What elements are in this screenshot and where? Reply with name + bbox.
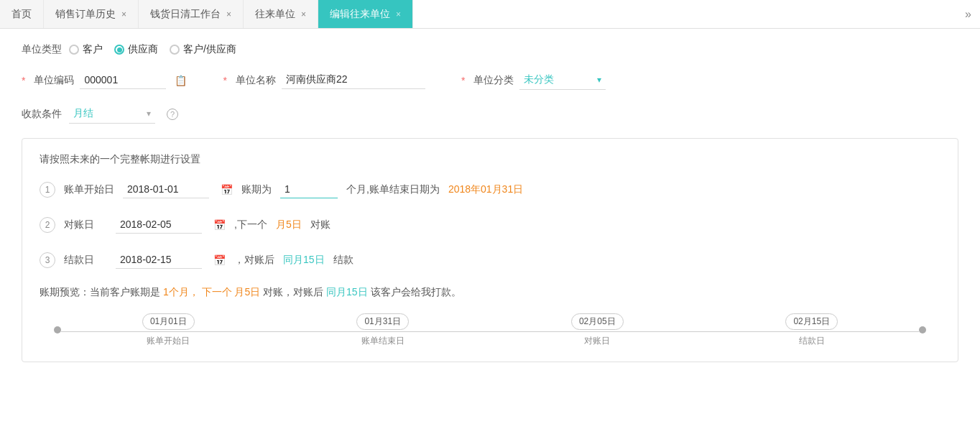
payment-condition-select[interactable]: 月结 ▾ bbox=[69, 104, 155, 124]
step-3-calendar-icon[interactable]: 📅 bbox=[213, 254, 226, 266]
timeline-node-3-sublabel: 对账日 bbox=[584, 335, 610, 347]
timeline-node-1-label: 01月01日 bbox=[142, 313, 195, 330]
step-2-desc-prefix: ,下一个 bbox=[234, 218, 267, 231]
step-1-num: 1 bbox=[40, 182, 55, 198]
tab-partner-close[interactable]: × bbox=[301, 9, 306, 19]
tab-partner[interactable]: 往来单位 × bbox=[244, 0, 318, 28]
timeline-node-2-sublabel: 账单结束日 bbox=[361, 335, 405, 347]
radio-supplier-dot bbox=[117, 47, 122, 52]
preview-prefix: 账期预览：当前客户账期是 bbox=[40, 286, 160, 298]
step-3-desc-prefix: ，对账后 bbox=[234, 254, 274, 267]
timeline-seg-line-2 bbox=[276, 331, 491, 332]
step-3-label: 结款日 bbox=[64, 254, 107, 267]
unit-category-label: 单位分类 bbox=[473, 74, 514, 87]
content-area: 单位类型 客户 供应商 客户/供应商 * 单位编码 📋 bbox=[0, 29, 980, 437]
unit-category-required-star: * bbox=[461, 75, 465, 86]
preview-period: 1个月， bbox=[163, 286, 199, 298]
timeline-end-cap bbox=[919, 313, 926, 334]
payment-condition-chevron-icon: ▾ bbox=[147, 109, 151, 119]
preview-text: 账期预览：当前客户账期是 1个月， 下一个 月5日 对账，对账后 同月15日 该… bbox=[40, 286, 940, 299]
unit-name-input[interactable] bbox=[282, 71, 425, 89]
tab-sales-history[interactable]: 销售订单历史 × bbox=[44, 0, 139, 28]
payment-condition-help-icon[interactable]: ? bbox=[167, 109, 178, 120]
step-1-calendar-icon[interactable]: 📅 bbox=[221, 184, 233, 196]
tab-edit-partner-label: 编辑往来单位 bbox=[330, 8, 390, 21]
radio-both-label: 客户/供应商 bbox=[183, 43, 236, 56]
step-3-num: 3 bbox=[40, 252, 55, 268]
timeline-node-4: 02月15日 结款日 bbox=[705, 313, 920, 347]
step-2-desc-suffix: 对账 bbox=[310, 218, 330, 231]
step-1-row: 1 账单开始日 📅 账期为 个月,账单结束日期为 2018年01月31日 bbox=[40, 180, 940, 198]
tab-partner-label: 往来单位 bbox=[255, 8, 295, 21]
preview-pay-day: 同月15日 bbox=[326, 286, 368, 298]
step-1-period-input[interactable] bbox=[280, 180, 338, 198]
unit-category-value: 未分类 bbox=[524, 73, 591, 86]
section-title: 请按照未来的一个完整帐期进行设置 bbox=[40, 153, 940, 166]
timeline: 01月01日 账单开始日 01月31日 账单结束日 02月05日 对账日 02月… bbox=[40, 313, 940, 347]
radio-customer-circle bbox=[69, 45, 79, 55]
unit-code-calendar-icon[interactable]: 📋 bbox=[175, 75, 187, 86]
tab-edit-partner[interactable]: 编辑往来单位 × bbox=[318, 0, 413, 28]
tab-cash-work-label: 钱货日清工作台 bbox=[150, 8, 221, 21]
step-2-date-input[interactable] bbox=[116, 216, 202, 234]
payment-condition-value: 月结 bbox=[73, 107, 141, 120]
tabs-expand-button[interactable]: » bbox=[956, 8, 980, 21]
tab-cash-work[interactable]: 钱货日清工作台 × bbox=[139, 0, 244, 28]
unit-type-row: 单位类型 客户 供应商 客户/供应商 bbox=[22, 43, 958, 56]
tab-cash-work-close[interactable]: × bbox=[226, 9, 231, 19]
step-2-num: 2 bbox=[40, 217, 55, 233]
timeline-node-3-label: 02月05日 bbox=[571, 313, 624, 330]
radio-customer-label: 客户 bbox=[83, 43, 103, 56]
step-1-date-input[interactable] bbox=[123, 180, 209, 198]
tab-home-label: 首页 bbox=[11, 8, 32, 21]
timeline-node-1-sublabel: 账单开始日 bbox=[147, 335, 190, 347]
timeline-node-2-label: 01月31日 bbox=[356, 313, 409, 330]
radio-both-circle bbox=[170, 45, 180, 55]
unit-type-radio-group: 客户 供应商 客户/供应商 bbox=[69, 43, 236, 56]
unit-type-label: 单位类型 bbox=[22, 43, 62, 56]
unit-info-row: * 单位编码 📋 * 单位名称 * 单位分类 未分类 ▾ bbox=[22, 70, 958, 90]
timeline-node-4-label: 02月15日 bbox=[785, 313, 838, 330]
unit-code-required-star: * bbox=[22, 75, 25, 86]
step-3-desc-highlight: 同月15日 bbox=[283, 254, 325, 267]
timeline-node-2: 01月31日 账单结束日 bbox=[276, 313, 491, 347]
step-2-calendar-icon[interactable]: 📅 bbox=[213, 219, 226, 231]
payment-condition-label: 收款条件 bbox=[22, 108, 62, 121]
tabs-bar: 首页 销售订单历史 × 钱货日清工作台 × 往来单位 × 编辑往来单位 × » bbox=[0, 0, 980, 29]
unit-code-input[interactable] bbox=[80, 71, 166, 89]
timeline-node-1: 01月01日 账单开始日 bbox=[61, 313, 276, 347]
timeline-node-4-sublabel: 结款日 bbox=[799, 335, 825, 347]
step-2-row: 2 对账日 📅 ,下一个 月5日 对账 bbox=[40, 216, 940, 234]
radio-supplier-label: 供应商 bbox=[128, 43, 158, 56]
step-3-date-input[interactable] bbox=[116, 251, 202, 269]
timeline-end-dot bbox=[919, 326, 926, 334]
timeline-seg-line-4 bbox=[705, 331, 920, 332]
unit-category-chevron-icon: ▾ bbox=[597, 75, 601, 85]
payment-condition-row: 收款条件 月结 ▾ ? bbox=[22, 104, 958, 124]
unit-category-select[interactable]: 未分类 ▾ bbox=[519, 70, 606, 90]
tab-edit-partner-close[interactable]: × bbox=[396, 9, 401, 19]
unit-code-group: * 单位编码 📋 bbox=[22, 71, 187, 89]
preview-period-day: 月5日 bbox=[234, 286, 260, 298]
tab-sales-history-close[interactable]: × bbox=[121, 9, 126, 19]
timeline-node-3: 02月05日 对账日 bbox=[490, 313, 705, 347]
step-2-label: 对账日 bbox=[64, 218, 107, 231]
unit-name-required-star: * bbox=[223, 75, 226, 86]
step-1-period-end-date: 2018年01月31日 bbox=[448, 183, 523, 196]
preview-suffix: 该客户会给我打款。 bbox=[371, 286, 461, 298]
step-2-desc-highlight: 月5日 bbox=[276, 218, 302, 231]
step-1-label: 账单开始日 bbox=[64, 183, 114, 196]
step-1-period-label: 账期为 bbox=[241, 183, 272, 196]
radio-both[interactable]: 客户/供应商 bbox=[170, 43, 236, 56]
step-1-period-suffix: 个月,账单结束日期为 bbox=[346, 183, 440, 196]
radio-customer[interactable]: 客户 bbox=[69, 43, 103, 56]
period-section: 请按照未来的一个完整帐期进行设置 1 账单开始日 📅 账期为 个月,账单结束日期… bbox=[22, 138, 958, 362]
timeline-seg-line-3 bbox=[490, 331, 705, 332]
unit-name-group: * 单位名称 bbox=[223, 71, 425, 89]
tab-home[interactable]: 首页 bbox=[0, 0, 44, 28]
preview-mid: 对账，对账后 bbox=[263, 286, 323, 298]
radio-supplier[interactable]: 供应商 bbox=[114, 43, 158, 56]
radio-supplier-circle bbox=[114, 45, 124, 55]
timeline-start-cap bbox=[54, 313, 61, 334]
step-3-desc-suffix: 结款 bbox=[333, 254, 353, 267]
